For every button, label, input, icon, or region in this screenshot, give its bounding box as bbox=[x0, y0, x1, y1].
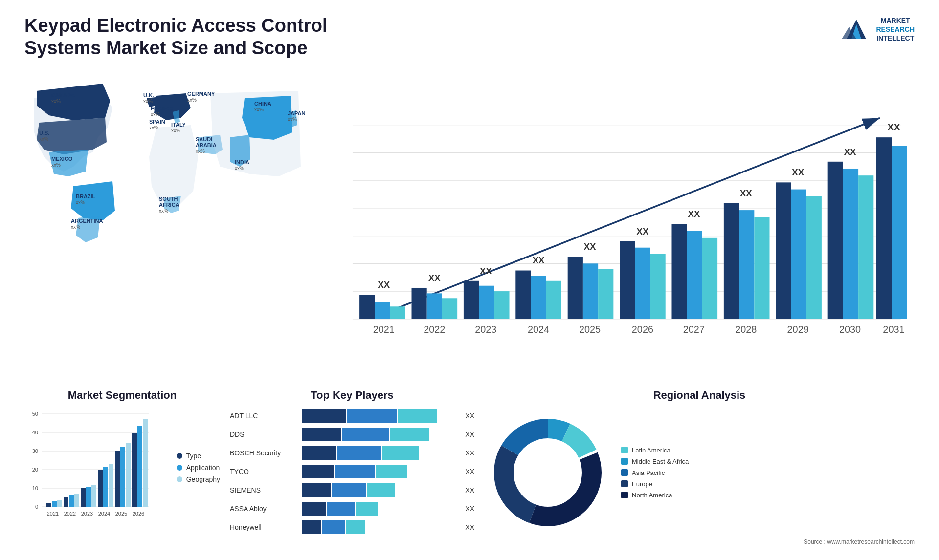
bar-mid-assa bbox=[327, 502, 355, 516]
bar-light-tyco bbox=[376, 465, 407, 478]
svg-text:2026: 2026 bbox=[133, 511, 144, 517]
svg-rect-73 bbox=[739, 210, 754, 319]
svg-rect-131 bbox=[132, 433, 137, 507]
segmentation-svg: 0 10 20 30 40 50 2021 2022 2023 2024 202… bbox=[24, 409, 152, 521]
svg-rect-50 bbox=[442, 298, 457, 319]
svg-rect-61 bbox=[583, 264, 598, 319]
svg-text:2022: 2022 bbox=[424, 324, 445, 335]
logo: MARKET RESEARCH INTELLECT bbox=[842, 15, 915, 44]
legend-item-type: Type bbox=[177, 452, 220, 460]
player-xx-bosch: XX bbox=[465, 449, 474, 457]
northamerica-color bbox=[621, 492, 628, 498]
svg-text:2021: 2021 bbox=[47, 511, 59, 517]
svg-rect-123 bbox=[86, 487, 91, 507]
svg-rect-121 bbox=[74, 494, 79, 507]
svg-point-139 bbox=[518, 443, 577, 502]
player-bar-siemens bbox=[302, 483, 459, 497]
player-name-dds: DDS bbox=[230, 431, 298, 438]
svg-text:SAUDI: SAUDI bbox=[196, 136, 212, 142]
svg-text:XX: XX bbox=[378, 280, 390, 290]
player-xx-adt: XX bbox=[465, 412, 474, 420]
players-list: ADT LLC XX DDS XX bbox=[230, 409, 474, 534]
svg-text:xx%: xx% bbox=[171, 128, 180, 133]
legend-item-geography: Geography bbox=[177, 475, 220, 483]
player-row-siemens: SIEMENS XX bbox=[230, 483, 474, 497]
svg-text:10: 10 bbox=[32, 485, 38, 491]
svg-text:AFRICA: AFRICA bbox=[159, 202, 179, 208]
legend-item-application: Application bbox=[177, 464, 220, 472]
svg-text:SPAIN: SPAIN bbox=[149, 119, 165, 125]
bar-dark-siemens bbox=[302, 483, 331, 497]
player-bar-bosch bbox=[302, 446, 459, 460]
svg-text:2029: 2029 bbox=[787, 324, 809, 335]
player-name-bosch: BOSCH Security bbox=[230, 449, 298, 457]
svg-rect-119 bbox=[64, 497, 68, 507]
northamerica-label: North America bbox=[632, 492, 672, 499]
svg-text:XX: XX bbox=[533, 256, 545, 266]
svg-rect-62 bbox=[598, 269, 613, 319]
bottom-row: Market Segmentation 0 10 20 bbox=[24, 389, 915, 545]
svg-text:50: 50 bbox=[32, 411, 38, 417]
svg-rect-78 bbox=[806, 196, 822, 319]
svg-rect-125 bbox=[98, 470, 103, 507]
svg-rect-129 bbox=[120, 447, 125, 507]
player-xx-siemens: XX bbox=[465, 486, 474, 494]
svg-text:2023: 2023 bbox=[81, 511, 93, 517]
svg-rect-124 bbox=[91, 485, 96, 507]
svg-text:2025: 2025 bbox=[115, 511, 127, 517]
svg-rect-45 bbox=[375, 302, 390, 319]
svg-text:XX: XX bbox=[637, 226, 649, 237]
latin-color bbox=[621, 447, 628, 453]
svg-text:2027: 2027 bbox=[683, 324, 705, 335]
svg-rect-74 bbox=[754, 217, 769, 319]
svg-text:2021: 2021 bbox=[373, 324, 395, 335]
svg-text:2031: 2031 bbox=[883, 324, 904, 335]
player-xx-assa: XX bbox=[465, 505, 474, 513]
svg-text:XX: XX bbox=[740, 188, 752, 198]
svg-text:INDIA: INDIA bbox=[235, 159, 249, 165]
svg-rect-76 bbox=[776, 183, 791, 319]
svg-rect-127 bbox=[109, 464, 113, 507]
svg-text:CHINA: CHINA bbox=[254, 101, 271, 107]
mea-label: Middle East & Africa bbox=[632, 458, 689, 465]
map-section: CANADA xx% U.S. xx% MEXICO xx% BRAZIL xx… bbox=[24, 69, 308, 384]
svg-rect-122 bbox=[81, 488, 86, 507]
player-bar-honeywell bbox=[302, 520, 459, 534]
regional-legend: Latin America Middle East & Africa Asia … bbox=[621, 447, 689, 499]
svg-text:ARGENTINA: ARGENTINA bbox=[71, 218, 103, 224]
bar-dark-tyco bbox=[302, 465, 334, 478]
svg-text:xx%: xx% bbox=[39, 136, 48, 142]
svg-rect-69 bbox=[687, 231, 702, 319]
svg-rect-48 bbox=[412, 288, 427, 319]
svg-rect-128 bbox=[115, 451, 120, 507]
svg-text:xx%: xx% bbox=[51, 99, 61, 104]
svg-rect-58 bbox=[546, 281, 561, 319]
svg-text:XX: XX bbox=[844, 147, 856, 157]
svg-rect-80 bbox=[828, 162, 843, 319]
type-label: Type bbox=[186, 452, 201, 460]
player-xx-honeywell: XX bbox=[465, 523, 474, 531]
source-text: Source : www.marketresearchintellect.com bbox=[484, 538, 915, 545]
player-name-tyco: TYCO bbox=[230, 468, 298, 475]
map-svg: CANADA xx% U.S. xx% MEXICO xx% BRAZIL xx… bbox=[24, 69, 308, 250]
bar-mid-adt bbox=[347, 409, 398, 423]
player-bar-adt bbox=[302, 409, 459, 423]
svg-text:xx%: xx% bbox=[288, 117, 297, 122]
svg-text:2024: 2024 bbox=[528, 324, 549, 335]
bar-light-siemens bbox=[367, 483, 395, 497]
bar-mid-bosch bbox=[337, 446, 381, 460]
segmentation-section: Market Segmentation 0 10 20 bbox=[24, 389, 220, 545]
svg-text:XX: XX bbox=[584, 241, 596, 252]
svg-text:XX: XX bbox=[792, 167, 804, 177]
donut-svg bbox=[484, 409, 611, 536]
svg-text:SOUTH: SOUTH bbox=[159, 196, 178, 202]
svg-rect-70 bbox=[702, 238, 717, 319]
segmentation-chart: 0 10 20 30 40 50 2021 2022 2023 2024 202… bbox=[24, 409, 167, 521]
bar-light-adt bbox=[398, 409, 437, 423]
svg-text:FRANCE: FRANCE bbox=[151, 106, 173, 111]
svg-rect-46 bbox=[390, 306, 405, 319]
svg-rect-118 bbox=[57, 500, 62, 507]
player-xx-tyco: XX bbox=[465, 468, 474, 475]
bar-mid-honeywell bbox=[322, 520, 345, 534]
canada-label: CANADA bbox=[51, 92, 75, 98]
